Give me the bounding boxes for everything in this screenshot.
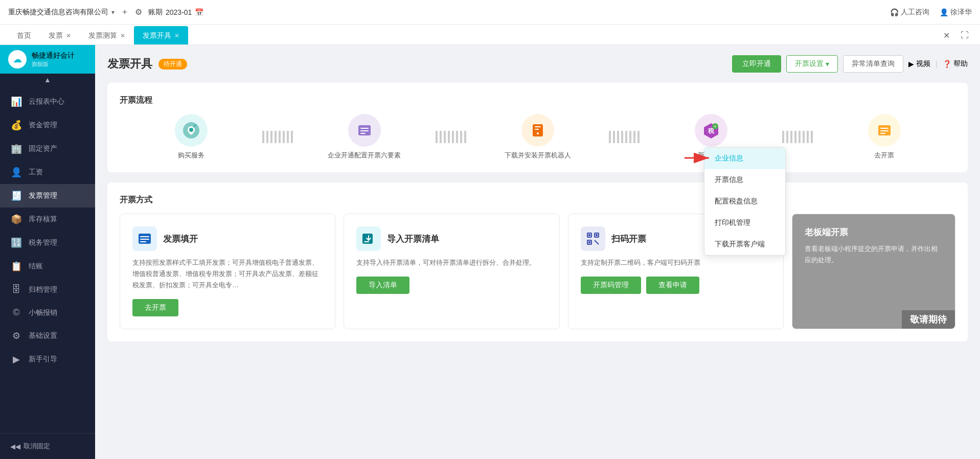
page-title: 发票开具	[107, 56, 152, 72]
import-desc: 支持导入待开票清单，可对待开票清单进行拆分、合并处理。	[356, 257, 546, 268]
settings-button[interactable]: 开票设置 ▾	[786, 55, 838, 73]
tab-invoice-issue-close[interactable]: ✕	[174, 32, 179, 39]
svg-rect-29	[596, 234, 598, 236]
sidebar-item-inventory[interactable]: 📦 库存核算	[0, 208, 95, 231]
dropdown-chevron-icon: ▾	[826, 60, 829, 68]
tab-invoice-calc[interactable]: 发票测算 ✕	[80, 26, 134, 44]
flow-step-5: 去开票	[813, 114, 955, 160]
page-title-wrap: 发票开具 待开通	[107, 56, 187, 72]
status-badge: 待开通	[158, 59, 187, 70]
sidebar-item-fixed-asset[interactable]: 🏢 固定资产	[0, 137, 95, 160]
method-card-fill: 发票填开 支持按照发票样式手工填开发票；可开具增值税电子普通发票、增值税普通发票…	[120, 214, 335, 329]
scan-view-apply-button[interactable]: 查看申请	[646, 277, 699, 294]
cancel-pin-button[interactable]: ◀◀ 取消固定	[0, 438, 95, 455]
sidebar-item-archive[interactable]: 🗄 归档管理	[0, 278, 95, 301]
tab-invoice-calc-label: 发票测算	[88, 31, 117, 40]
dropdown-company-info[interactable]: 企业信息	[704, 148, 785, 169]
dropdown-printer-mgmt[interactable]: 打印机管理	[704, 212, 785, 234]
scan-title: 扫码开票	[611, 233, 646, 245]
period-label-text: 账期	[148, 8, 163, 17]
new-guide-icon: ▶	[10, 354, 22, 365]
logo-sub-text: 旗舰版	[32, 60, 75, 68]
fund-icon: 💰	[10, 120, 22, 131]
sidebar-label-archive: 归档管理	[29, 285, 57, 294]
help-label: 帮助	[953, 59, 968, 68]
svg-rect-9	[535, 129, 539, 130]
sidebar-item-new-guide[interactable]: ▶ 新手引导	[0, 348, 95, 371]
fixed-asset-icon: 🏢	[10, 143, 22, 154]
scan-code-mgmt-button[interactable]: 开票码管理	[581, 277, 641, 294]
methods-section: 开票方式 发票填开 支持按照发票样式手工填开发票；可开具增值税电子普通发票、增值…	[107, 182, 968, 341]
svg-point-1	[189, 128, 193, 132]
company-dropdown-icon: ▾	[111, 9, 115, 16]
svg-rect-18	[880, 133, 885, 134]
sidebar-bottom: ◀◀ 取消固定	[0, 433, 95, 459]
fill-goto-button[interactable]: 去开票	[132, 299, 178, 316]
method-card-boss: 老板端开票 查看老板端小程序提交的开票申请，并作出相应的处理。 敬请期待	[792, 214, 955, 329]
logo-main-text: 畅捷通好会计	[32, 51, 75, 60]
boss-pending-label: 敬请期待	[902, 310, 955, 329]
svg-rect-24	[364, 241, 369, 242]
period-value: 2023-01	[166, 8, 192, 16]
tax-mgmt-icon: 🔢	[10, 237, 22, 248]
import-list-button[interactable]: 导入清单	[356, 277, 409, 294]
step-3-label: 下载并安装开票机器人	[505, 151, 571, 160]
invoice-mgmt-icon: 🧾	[10, 190, 22, 201]
step-divider-1	[262, 131, 293, 143]
abnormal-list-button[interactable]: 异常清单查询	[843, 55, 903, 73]
sidebar-label-settlement: 结账	[29, 262, 43, 271]
svg-rect-30	[588, 241, 590, 243]
dropdown-download-client[interactable]: 下载开票客户端	[704, 234, 785, 255]
user-button[interactable]: 👤 徐泽华	[940, 8, 972, 17]
tab-invoice-calc-close[interactable]: ✕	[120, 32, 125, 39]
svg-rect-20	[140, 236, 149, 237]
fill-icon	[132, 226, 157, 251]
top-bar-actions: 🎧 人工咨询 👤 徐泽华	[890, 8, 972, 17]
step-3-icon	[521, 114, 554, 147]
sidebar-item-expense[interactable]: © 小畅报销	[0, 301, 95, 324]
consult-button[interactable]: 🎧 人工咨询	[890, 8, 929, 17]
period-selector[interactable]: 账期 2023-01 📅	[148, 8, 203, 17]
activate-button[interactable]: 立即开通	[732, 55, 781, 73]
sidebar-item-fund-mgmt[interactable]: 💰 资金管理	[0, 113, 95, 137]
sidebar-item-basic-settings[interactable]: ⚙ 基础设置	[0, 324, 95, 348]
help-button[interactable]: ❓ 帮助	[943, 59, 968, 68]
tab-home[interactable]: 首页	[8, 26, 40, 44]
step-1-icon	[175, 114, 208, 147]
red-arrow-indicator	[685, 150, 715, 167]
step-divider-3	[609, 131, 640, 143]
import-title: 导入开票清单	[387, 233, 439, 245]
step-4-icon: 税+	[695, 114, 727, 147]
scan-desc: 支持定制开票二维码，客户端可扫码开票	[581, 257, 771, 268]
add-icon[interactable]: ＋	[121, 7, 129, 17]
sidebar-item-settlement[interactable]: 📋 结账	[0, 255, 95, 278]
dropdown-invoice-info[interactable]: 开票信息	[704, 169, 785, 191]
sidebar-item-invoice-mgmt[interactable]: 🧾 发票管理	[0, 184, 95, 208]
tab-invoice-close[interactable]: ✕	[66, 32, 71, 39]
sidebar-label-inventory: 库存核算	[29, 215, 57, 224]
dropdown-tax-config[interactable]: 配置税盘信息	[704, 191, 785, 212]
svg-point-2	[194, 124, 196, 126]
tab-invoice-label: 发票	[49, 31, 63, 40]
company-selector[interactable]: 重庆畅捷交通信息咨询有限公司 ▾	[8, 8, 115, 17]
sidebar-label-cloud-report: 云报表中心	[29, 97, 64, 106]
flow-step-3: 下载并安装开票机器人	[466, 114, 609, 160]
maximize-icon[interactable]: ⛶	[958, 28, 972, 42]
tab-invoice[interactable]: 发票 ✕	[40, 26, 80, 44]
close-window-icon[interactable]: ✕	[939, 28, 953, 42]
cloud-report-icon: 📊	[10, 96, 22, 107]
sidebar-item-tax-mgmt[interactable]: 🔢 税务管理	[0, 231, 95, 255]
tab-invoice-issue[interactable]: 发票开具 ✕	[134, 26, 188, 44]
video-button[interactable]: ▶ 视频	[908, 59, 930, 68]
sidebar-item-payroll[interactable]: 👤 工资	[0, 160, 95, 184]
sidebar-label-new-guide: 新手引导	[29, 355, 57, 364]
sidebar-item-cloud-report[interactable]: 📊 云报表中心	[0, 90, 95, 113]
payroll-icon: 👤	[10, 167, 22, 178]
settings-icon[interactable]: ⚙	[135, 7, 142, 17]
import-icon	[356, 226, 381, 251]
flow-step-2: 企业开通配置开票六要素	[293, 114, 436, 160]
headset-icon: 🎧	[890, 8, 899, 16]
tab-bar: 首页 发票 ✕ 发票测算 ✕ 发票开具 ✕ ✕ ⛶	[0, 25, 980, 45]
fill-title: 发票填开	[163, 233, 198, 245]
sidebar-scroll-up[interactable]: ▲	[0, 74, 95, 86]
